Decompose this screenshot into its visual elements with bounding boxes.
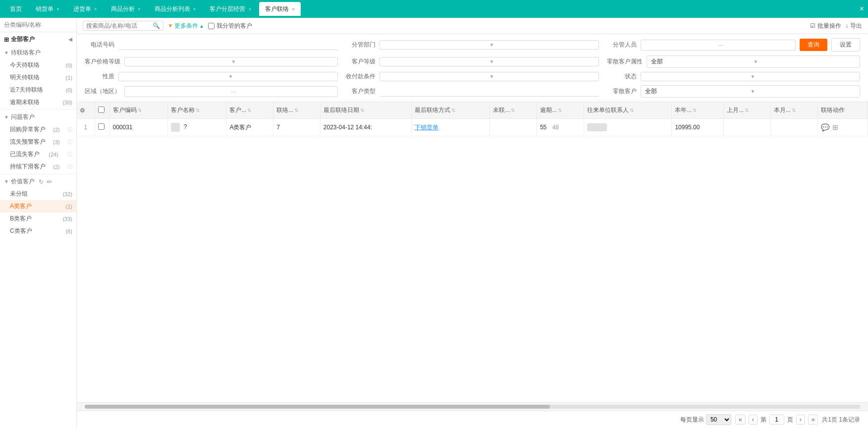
select-all-checkbox[interactable] bbox=[98, 107, 105, 113]
filter-search-input[interactable] bbox=[86, 22, 151, 29]
declining-label: 持续下滑客户 bbox=[10, 162, 46, 171]
export-btn[interactable]: ↓ 导出 bbox=[845, 22, 862, 30]
not-contacted-sort-icon[interactable]: ⇅ bbox=[511, 107, 515, 113]
qr-icon[interactable]: ⊞ bbox=[832, 123, 838, 131]
tab-home[interactable]: 首页 bbox=[4, 2, 28, 16]
repurchase-info-icon[interactable]: ⓘ bbox=[67, 126, 72, 133]
per-page-label: 每页显示 bbox=[680, 416, 704, 424]
batch-operations-btn[interactable]: ☑ 批量操作 bbox=[810, 22, 841, 30]
tab-sales[interactable]: 销货单 × bbox=[30, 2, 65, 16]
sidebar-item-churn-warning[interactable]: 流失预警客户 (3) ⓘ bbox=[0, 136, 76, 148]
last-page-btn[interactable]: » bbox=[808, 415, 818, 425]
manager-more-icon: ··· bbox=[718, 42, 792, 49]
pagination: « ‹ 第 页 › » bbox=[735, 415, 818, 425]
filter-bar: 🔍 ▼ 更多条件 ▲ 我分管的客户 ☑ 批量操作 ↓ 导出 bbox=[77, 18, 868, 34]
last-contact-method-link[interactable]: 下销货单 bbox=[415, 124, 438, 131]
next-page-btn[interactable]: › bbox=[796, 415, 805, 425]
sidebar-problem-group[interactable]: ▼ 问题客户 bbox=[0, 111, 76, 123]
per-page-selector: 每页显示 50 100 bbox=[680, 414, 731, 425]
contact-person-sort-icon[interactable]: ⇅ bbox=[630, 107, 634, 113]
query-button[interactable]: 查询 bbox=[800, 39, 827, 51]
tab-sales-close[interactable]: × bbox=[56, 6, 59, 12]
tab-customer-contact-close[interactable]: × bbox=[292, 6, 295, 12]
tab-purchase[interactable]: 进货单 × bbox=[67, 2, 103, 16]
tab-goods-analysis-close[interactable]: × bbox=[138, 6, 141, 12]
customer-code-sort-icon[interactable]: ⇅ bbox=[138, 107, 142, 113]
customer-type-sort-icon[interactable]: ⇅ bbox=[247, 107, 251, 113]
tab-goods-analysis-list-close[interactable]: × bbox=[193, 6, 196, 12]
row-checkbox[interactable] bbox=[98, 123, 105, 130]
scroll-thumb[interactable] bbox=[85, 405, 550, 409]
window-close-icon[interactable]: × bbox=[860, 4, 864, 13]
sidebar-item-7days-pending[interactable]: 近7天待联络 (0) bbox=[0, 84, 76, 96]
last-contact-date-sort-icon[interactable]: ⇅ bbox=[360, 107, 364, 113]
page-input[interactable] bbox=[769, 415, 784, 425]
setting-button[interactable]: 设置 bbox=[831, 38, 860, 52]
filter-manager-input[interactable]: ··· bbox=[641, 40, 796, 51]
sidebar-item-today-pending[interactable]: 今天待联络 (0) bbox=[0, 59, 76, 71]
sidebar-item-ungrouped[interactable]: 未分组 (32) bbox=[0, 188, 76, 200]
filter-search-box: 🔍 bbox=[83, 21, 163, 31]
this-month-sort-icon[interactable]: ⇅ bbox=[792, 107, 796, 113]
sidebar-item-overdue[interactable]: 逾期未联络 (30) bbox=[0, 96, 76, 108]
th-last-contact-method-label: 最后联络方式 bbox=[415, 106, 450, 114]
customer-name-sort-icon[interactable]: ⇅ bbox=[196, 107, 200, 113]
tab-customer-contact[interactable]: 客户联络 × bbox=[259, 2, 301, 16]
sidebar-item-tomorrow-pending[interactable]: 明天待联络 (1) bbox=[0, 71, 76, 84]
filter-retail-attr-input[interactable]: 全部 ▼ bbox=[647, 55, 860, 68]
filter-search-icon[interactable]: 🔍 bbox=[153, 22, 160, 29]
contact-count-sort-icon[interactable]: ⇅ bbox=[294, 107, 298, 113]
sidebar-item-b-customers[interactable]: B类客户 (33) bbox=[0, 213, 76, 225]
sidebar-all-customers[interactable]: ⊞ 全部客户 ◀ bbox=[0, 32, 76, 47]
message-icon[interactable]: 💬 bbox=[821, 123, 829, 131]
churn-warning-info-icon[interactable]: ⓘ bbox=[67, 139, 72, 146]
tab-goods-analysis-list[interactable]: 商品分析列表 × bbox=[149, 2, 202, 16]
sidebar-pending-group[interactable]: ▼ 待联络客户 bbox=[0, 47, 76, 59]
filter-dept-input[interactable]: ▼ bbox=[380, 40, 599, 50]
table-wrapper: ⚙ 客户编码 ⇅ 客户名称 bbox=[77, 102, 868, 402]
sidebar-item-churned[interactable]: 已流失客户 (24) ⓘ bbox=[0, 148, 76, 160]
my-customers-checkbox-label[interactable]: 我分管的客户 bbox=[208, 22, 252, 30]
my-customers-checkbox[interactable] bbox=[208, 23, 215, 29]
last-month-sort-icon[interactable]: ⇅ bbox=[745, 107, 749, 113]
this-year-sort-icon[interactable]: ⇅ bbox=[693, 107, 697, 113]
sidebar-item-a-customers[interactable]: A类客户 (1) bbox=[0, 200, 76, 213]
filter-status-input[interactable]: ▼ bbox=[641, 72, 860, 81]
filter-nature-input[interactable]: ▼ bbox=[118, 72, 338, 81]
sidebar-value-group[interactable]: ▼ 价值客户 ↻ ✏ bbox=[0, 175, 76, 188]
declining-info-icon[interactable]: ⓘ bbox=[67, 163, 72, 170]
tab-goods-analysis[interactable]: 商品分析 × bbox=[105, 2, 147, 16]
sidebar-item-declining[interactable]: 持续下滑客户 (2) ⓘ bbox=[0, 160, 76, 173]
filter-retail-customer-input[interactable]: 全部 ▼ bbox=[641, 85, 860, 98]
first-page-btn[interactable]: « bbox=[735, 415, 746, 425]
sidebar-search-input[interactable] bbox=[4, 21, 77, 28]
overdue-sort-icon[interactable]: ⇅ bbox=[558, 107, 562, 113]
prev-page-btn[interactable]: ‹ bbox=[749, 415, 758, 425]
churned-info-icon[interactable]: ⓘ bbox=[67, 151, 72, 158]
settings-icon[interactable]: ⚙ bbox=[80, 107, 85, 114]
filter-status-label: 状态 bbox=[607, 72, 637, 81]
filter-payment-input[interactable]: ▼ bbox=[380, 72, 599, 81]
value-group-edit-icon[interactable]: ✏ bbox=[47, 178, 53, 186]
filter-nature-label: 性质 bbox=[85, 72, 114, 81]
tab-customer-layer[interactable]: 客户分层经营 × bbox=[204, 2, 257, 16]
problem-arrow-icon: ▼ bbox=[4, 114, 9, 120]
contact-person-avatar bbox=[587, 123, 607, 131]
filter-region-input[interactable]: ··· bbox=[124, 86, 338, 97]
filter-customer-level-input[interactable]: ▼ bbox=[380, 57, 599, 66]
filter-retail-attr-row: 零散客户属性 全部 ▼ bbox=[607, 55, 860, 68]
filter-customer-type-input[interactable] bbox=[380, 86, 599, 97]
value-group-refresh-icon[interactable]: ↻ bbox=[39, 178, 44, 185]
th-customer-code: 客户编码 ⇅ bbox=[109, 102, 168, 119]
tab-customer-layer-close[interactable]: × bbox=[248, 6, 251, 12]
tab-purchase-close[interactable]: × bbox=[94, 6, 97, 12]
per-page-select[interactable]: 50 100 bbox=[706, 414, 731, 425]
filter-retail-customer-label: 零散客户 bbox=[607, 87, 637, 96]
filter-phone-input[interactable] bbox=[118, 40, 338, 50]
sidebar-collapse-icon[interactable]: ◀ bbox=[68, 37, 72, 42]
filter-price-level-input[interactable]: ▼ bbox=[124, 57, 338, 66]
sidebar-item-c-customers[interactable]: C类客户 (6) bbox=[0, 225, 76, 237]
sidebar-item-repurchase-abnormal[interactable]: 回购异常客户 (2) ⓘ bbox=[0, 123, 76, 136]
last-contact-method-sort-icon[interactable]: ⇅ bbox=[451, 107, 455, 113]
filter-more-btn[interactable]: ▼ 更多条件 ▲ bbox=[167, 22, 204, 30]
